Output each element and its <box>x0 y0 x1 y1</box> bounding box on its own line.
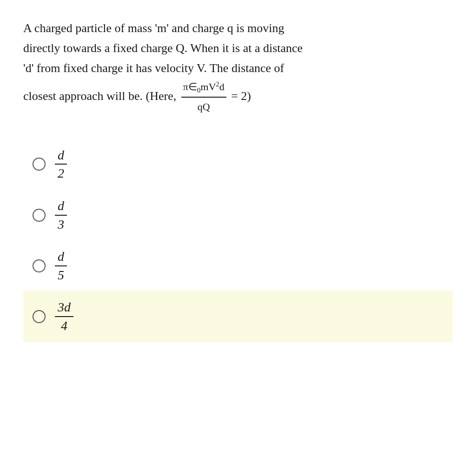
radio-a[interactable] <box>33 158 46 171</box>
question-line4-suffix: = 2) <box>231 89 251 103</box>
radio-c[interactable] <box>33 259 46 272</box>
option-a[interactable]: d 2 <box>23 139 453 190</box>
question-text: A charged particle of mass 'm' and charg… <box>23 19 453 116</box>
option-d-numerator: 3d <box>55 299 73 317</box>
radio-d[interactable] <box>33 310 46 323</box>
option-c[interactable]: d 5 <box>23 240 453 291</box>
option-b-numerator: d <box>55 198 67 216</box>
option-c-numerator: d <box>55 249 67 266</box>
question-line1: A charged particle of mass 'm' and charg… <box>23 21 284 35</box>
question-line3: 'd' from fixed charge it has velocity V.… <box>23 61 284 75</box>
question-block: A charged particle of mass 'm' and charg… <box>23 19 453 116</box>
question-line2: directly towards a fixed charge Q. When … <box>23 41 303 55</box>
formula-denominator: qQ <box>196 98 212 115</box>
option-a-fraction: d 2 <box>55 147 67 181</box>
inline-formula: π∈0mV2d qQ <box>181 79 226 116</box>
radio-b[interactable] <box>33 209 46 222</box>
option-b[interactable]: d 3 <box>23 190 453 240</box>
options-container: d 2 d 3 d 5 3d 4 <box>23 139 453 342</box>
option-b-fraction: d 3 <box>55 198 67 232</box>
option-c-fraction: d 5 <box>55 249 67 283</box>
option-d[interactable]: 3d 4 <box>23 291 453 342</box>
formula-numerator: π∈0mV2d <box>181 79 226 98</box>
option-d-fraction: 3d 4 <box>55 299 73 333</box>
option-a-numerator: d <box>55 147 67 165</box>
option-b-denominator: 3 <box>55 216 67 232</box>
question-line4-prefix: closest approach will be. (Here, <box>23 89 176 103</box>
option-a-denominator: 2 <box>55 165 67 181</box>
option-d-denominator: 4 <box>58 317 70 334</box>
option-c-denominator: 5 <box>55 266 67 283</box>
